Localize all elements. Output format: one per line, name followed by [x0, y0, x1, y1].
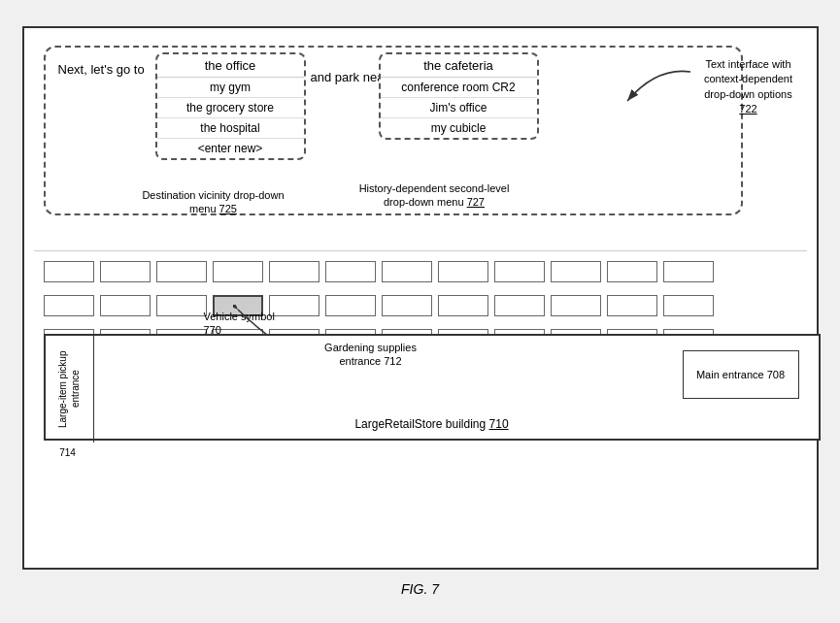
parking-space — [44, 261, 94, 282]
parking-space — [382, 261, 432, 282]
dropdown-destination[interactable]: the office my gym the grocery store the … — [155, 52, 306, 160]
parking-row-1 — [44, 261, 714, 282]
touch-display-area: Next, let's go to the office my gym the … — [34, 38, 807, 251]
dropdown1-item-1[interactable]: my gym — [157, 78, 304, 98]
text-interface-label: Text interface with context-dependent dr… — [695, 57, 802, 117]
parking-space — [494, 295, 545, 316]
entrance-main: Main entrance 708 — [683, 350, 799, 399]
dropdown2-item-3[interactable]: my cubicle — [381, 118, 537, 138]
parking-space — [551, 261, 601, 282]
dropdown2-selected: the cafeteria — [381, 54, 537, 78]
fig-caption: FIG. 7 — [401, 581, 439, 597]
store-name: LargeRetailStore building 710 — [354, 417, 508, 431]
dropdown1-item-4[interactable]: <enter new> — [157, 139, 304, 158]
parking-space — [269, 261, 319, 282]
parking-lot: Vehicle symbol 770 Parking space 740 — [34, 251, 807, 441]
dropdown1-selected: the office — [157, 54, 304, 78]
parking-space — [325, 295, 376, 316]
nav-separator: and park near — [311, 70, 388, 84]
parking-space — [156, 261, 207, 282]
parking-space — [438, 261, 488, 282]
parking-space — [382, 295, 432, 316]
parking-space — [494, 261, 545, 282]
dropdown2-item-1[interactable]: conference room CR2 — [381, 78, 537, 98]
parking-space — [100, 261, 151, 282]
nav-prefix-text: Next, let's go to — [58, 62, 145, 77]
parking-space — [213, 261, 263, 282]
store-building: Large-item pickup entrance Gardening sup… — [44, 334, 821, 441]
entrance-left-text: Large-item pickup entrance — [56, 336, 82, 443]
entrance-gardening: Gardening supplies entrance 712 — [308, 336, 434, 369]
dropdown2-label: History-dependent second-level drop-down… — [350, 181, 520, 210]
parking-space — [100, 295, 151, 316]
diagram-container: Next, let's go to the office my gym the … — [22, 26, 819, 570]
dropdown2-item-2[interactable]: Jim's office — [381, 98, 537, 118]
parking-space — [663, 261, 714, 282]
arrow-to-dropdown — [618, 57, 695, 115]
parking-space — [663, 295, 714, 316]
dropdown-parking[interactable]: the cafeteria conference room CR2 Jim's … — [379, 52, 539, 140]
entrance-left: Large-item pickup entrance — [46, 336, 94, 443]
dropdown1-item-2[interactable]: the grocery store — [157, 98, 304, 118]
dropdown1-item-3[interactable]: the hospital — [157, 118, 304, 139]
parking-space — [44, 295, 94, 316]
dropdown1-label: Destination vicinity drop-down menu 725 — [136, 188, 291, 216]
parking-space — [156, 295, 207, 316]
entrance-left-label: 714 — [44, 447, 92, 458]
nav-prefix: Next, let's go to — [58, 62, 145, 77]
parking-space — [551, 295, 601, 316]
parking-space — [607, 295, 657, 316]
parking-row-2 — [44, 295, 714, 316]
parking-space — [607, 261, 657, 282]
parking-space — [438, 295, 488, 316]
parking-space — [325, 261, 376, 282]
